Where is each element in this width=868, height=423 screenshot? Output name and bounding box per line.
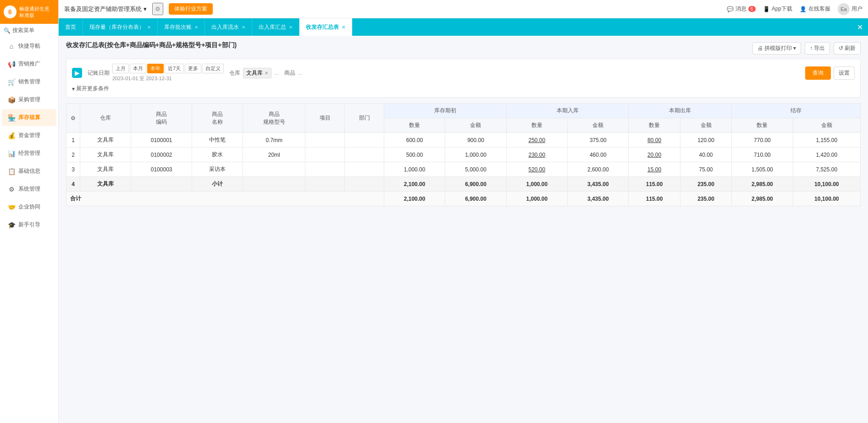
date-btn-this-month[interactable]: 本月 [130, 64, 146, 73]
refresh-button[interactable]: ↺ 刷新 [834, 42, 861, 55]
sidebar-item-label: 销售管理 [18, 78, 40, 86]
sidebar-item-sales[interactable]: 🛒 销售管理 [2, 73, 56, 90]
query-button[interactable]: 查询 [805, 66, 831, 80]
print-icon: 🖨 [757, 45, 763, 51]
row-out-qty[interactable]: 80.00 [629, 133, 680, 148]
tab-batch[interactable]: 库存批次账 ✕ [158, 18, 205, 36]
col-code: 商品编码 [131, 104, 192, 133]
filter-toggle-button[interactable]: ▶ [72, 68, 82, 78]
system-icon: ⚙ [7, 186, 16, 193]
footer-init-amt: 6,900.00 [445, 192, 506, 206]
row-in-amt: 3,435.00 [568, 177, 629, 192]
online-service-button[interactable]: 👤 在线客服 [800, 5, 830, 13]
sidebar-item-finance[interactable]: 💰 资金管理 [2, 127, 56, 144]
table-row: 4文具库小计2,100.006,900.001,000.003,435.0011… [66, 177, 861, 192]
row-init-amt: 6,900.00 [445, 177, 506, 192]
messages-button[interactable]: 💬 消息 6 [727, 5, 756, 13]
row-code [131, 177, 192, 192]
export-icon: ↑ [810, 45, 813, 51]
expand-row: ▾ 展开更多条件 [72, 85, 855, 93]
row-bal-qty: 1,505.00 [732, 162, 793, 177]
tab-inventory-dist-label: 现存量（库存分布表） [89, 23, 144, 31]
footer-out-qty: 115.00 [629, 192, 680, 206]
sidebar-search[interactable]: 🔍 搜索菜单 [0, 24, 58, 37]
goods-more-dots[interactable]: ... [298, 70, 303, 76]
sidebar-item-basic[interactable]: 📋 基础信息 [2, 163, 56, 180]
tab-inventory-dist-close[interactable]: ✕ [147, 25, 151, 30]
service-icon: 👤 [800, 6, 807, 12]
row-out-amt: 75.00 [680, 162, 731, 177]
tab-bar-close-button[interactable]: ✕ [851, 18, 868, 36]
export-button[interactable]: ↑ 导出 [805, 42, 830, 55]
sidebar-item-system[interactable]: ⚙ 系统管理 [2, 181, 56, 198]
row-out-qty[interactable]: 20.00 [629, 148, 680, 162]
main-area: 装备及固定资产辅助管理系统 ▾ ⚙ 体验行业方案 💬 消息 6 📱 App下载 … [59, 0, 868, 423]
row-init-amt: 1,000.00 [445, 148, 506, 162]
inventory-icon: 🏪 [7, 114, 16, 121]
home-icon: ⌂ [7, 43, 16, 50]
tab-home[interactable]: 首页 [59, 18, 83, 36]
tab-receipt-summary[interactable]: 收发存汇总表 ✕ [299, 18, 352, 36]
row-init-qty: 1,000.00 [384, 162, 445, 177]
row-code: 0100003 [131, 162, 192, 177]
sidebar-item-operation[interactable]: 📊 经营管理 [2, 145, 56, 162]
col-balance: 结存 [732, 104, 861, 118]
user-area[interactable]: Ea 用户 [838, 3, 862, 15]
col-warehouse: 仓库 [80, 104, 131, 133]
date-btn-7days[interactable]: 近7天 [165, 64, 184, 73]
row-in-qty[interactable]: 230.00 [506, 148, 567, 162]
sidebar-item-purchase[interactable]: 📦 采购管理 [2, 91, 56, 108]
tab-inout-flow[interactable]: 出入库流水 ✕ [205, 18, 252, 36]
sidebar-item-guide[interactable]: 🎓 新手引导 [2, 216, 56, 233]
row-code: 0100001 [131, 133, 192, 148]
row-no: 1 [66, 133, 80, 148]
tab-inout-summary-close[interactable]: ✕ [289, 25, 293, 30]
tab-inventory-dist[interactable]: 现存量（库存分布表） ✕ [83, 18, 158, 36]
sidebar-item-quick-nav[interactable]: ⌂ 快捷导航 [2, 38, 56, 55]
sidebar-item-inventory[interactable]: 🏪 库存核算 [2, 109, 56, 126]
row-in-qty[interactable]: 520.00 [506, 162, 567, 177]
refresh-icon: ↺ [839, 45, 843, 51]
warehouse-more-dots[interactable]: ... [274, 70, 279, 76]
row-bal-amt: 10,100.00 [793, 177, 860, 192]
col-gear[interactable]: ⚙ [66, 104, 80, 133]
date-btn-more[interactable]: 更多 [185, 64, 201, 73]
row-in-amt: 460.00 [568, 148, 629, 162]
online-service-label: 在线客服 [808, 5, 830, 13]
app-download-button[interactable]: 📱 App下载 [763, 5, 792, 13]
row-spec: 0.7mm [243, 133, 305, 148]
marketing-icon: 📢 [7, 60, 16, 68]
footer-in-qty: 1,000.00 [506, 192, 567, 206]
warehouse-tag-remove[interactable]: ✕ [265, 71, 268, 76]
print-button[interactable]: 🖨 拼模版打印 ▾ [752, 42, 801, 55]
footer-out-amt: 235.00 [680, 192, 731, 206]
sidebar-item-marketing[interactable]: 📢 营销推广 [2, 55, 56, 72]
date-btn-custom[interactable]: 自定义 [202, 64, 224, 73]
tab-receipt-summary-close[interactable]: ✕ [342, 25, 345, 30]
col-bal-amt: 金额 [793, 118, 860, 133]
expand-button[interactable]: ▾ 展开更多条件 [72, 85, 855, 93]
date-btn-last-month[interactable]: 上月 [112, 64, 129, 73]
data-table: ⚙ 仓库 商品编码 商品名称 商品规格型号 项目 部门 库存期初 本期入库 本期… [66, 103, 861, 206]
top-header: 装备及固定资产辅助管理系统 ▾ ⚙ 体验行业方案 💬 消息 6 📱 App下载 … [59, 0, 868, 18]
sidebar-item-collab[interactable]: 🤝 企业协同 [2, 198, 56, 215]
system-title: 装备及固定资产辅助管理系统 [64, 5, 142, 13]
tab-bar: 首页 现存量（库存分布表） ✕ 库存批次账 ✕ 出入库流水 ✕ 出入库汇总 ✕ … [59, 18, 868, 36]
settings-button[interactable]: ⚙ [152, 3, 163, 15]
row-out-qty[interactable]: 15.00 [629, 162, 680, 177]
tab-batch-close[interactable]: ✕ [194, 25, 198, 30]
date-btn-this-year[interactable]: 本年 [147, 64, 164, 73]
set-button[interactable]: 设置 [834, 66, 855, 80]
trial-button[interactable]: 体验行业方案 [169, 3, 213, 15]
sidebar-item-label: 资金管理 [18, 132, 40, 139]
tab-inout-summary[interactable]: 出入库汇总 ✕ [252, 18, 299, 36]
row-in-qty[interactable]: 250.00 [506, 133, 567, 148]
system-select[interactable]: 装备及固定资产辅助管理系统 ▾ [64, 5, 147, 13]
date-label: 记账日期 [88, 69, 110, 77]
row-dept [345, 177, 384, 192]
sidebar-item-label: 新手引导 [18, 221, 40, 229]
tab-inout-flow-close[interactable]: ✕ [242, 25, 245, 30]
tab-home-label: 首页 [65, 23, 76, 31]
row-code: 0100002 [131, 148, 192, 162]
row-dept [345, 148, 384, 162]
